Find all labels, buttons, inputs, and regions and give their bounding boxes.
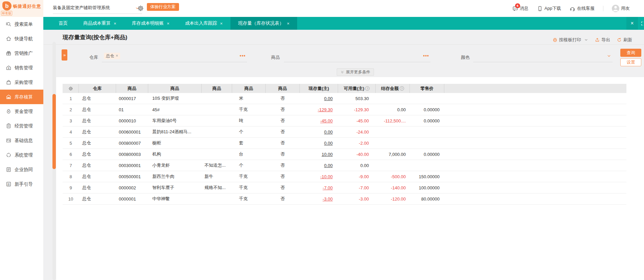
table-row[interactable]: 8总仓000500001新西兰牛肉新牛千克否-10.00-9.00-500.00… [63,171,626,182]
tab-首页[interactable]: 首页 [51,17,75,30]
column-settings-gear[interactable] [63,84,79,93]
header-nav-messages[interactable]: 6消息 [512,5,529,11]
cell-value: -112,500.... [384,118,406,123]
cell-value: -24.00 [356,130,369,135]
table-row[interactable]: 5总仓000800007橱柜套否0.00-2.00 [63,138,626,149]
query-button[interactable]: 查询 [620,49,641,57]
color-filter-select[interactable] [473,50,613,62]
sidebar-item-purchase[interactable]: 采购管理 [0,75,43,90]
cell-qty[interactable]: -45.00 [300,118,338,123]
sidebar-item-inventory-accounting[interactable]: 库存核算 [0,90,43,104]
cell-qty[interactable]: -7.00 [300,185,338,190]
table-row[interactable]: 1总仓000001710S 变斜罗缎米否0.00503.30 [63,93,626,104]
tab-库存成本明细账[interactable]: 库存成本明细账× [124,17,177,30]
sidebar-item-enterprise-collab[interactable]: 企业协同 [0,162,43,177]
collapse-filter-button[interactable]: » [62,49,67,61]
cell-name: 橱柜 [148,140,202,146]
table-row[interactable]: 4总仓000600001晨韵811-24酒精马...个否0.00-24.00 [63,126,626,138]
expand-more-conditions[interactable]: 展开更多条件 [337,68,374,76]
sidebar-item-newbie-guide[interactable]: 新新手引导 [0,177,43,191]
trial-solution-button[interactable]: 体验行业方案 [147,3,179,11]
cell-qty[interactable]: 0.00 [300,130,338,135]
goods-picker-icon[interactable]: ••• [423,54,429,57]
table-row[interactable]: 6总仓000800003机构台否10.00-40.007,000.000.000… [63,149,626,160]
cell-value[interactable]: 10.00 [321,152,333,157]
cell-value[interactable]: 0.00 [324,163,333,168]
cell-flag: 否 [266,107,300,113]
column-header-label: 零售价 [420,84,434,93]
export-icon [595,38,600,42]
table-row[interactable]: 7总仓000300001小青龙虾不知道怎...个否0.000.00 [63,160,626,171]
cell-value: 10S 变斜罗缎 [152,96,179,101]
sidebar-item-quick-nav[interactable]: 快捷导航 [0,31,43,46]
vertical-scrollbar-thumb[interactable] [52,94,56,169]
cell-qty[interactable]: 10.00 [300,152,338,157]
sidebar: 搜索菜单快捷导航营销推广$销售管理采购管理库存核算¥资金管理经营管理基础信息系统… [0,17,44,280]
vertical-scrollbar-track[interactable] [52,42,56,280]
cell-amount: 0.00 [376,107,410,112]
toolbar-export[interactable]: 导出 [595,37,610,43]
close-tab-button[interactable]: × [626,17,638,30]
header-nav-user[interactable]: 用友 [612,5,630,12]
sidebar-item-search-menu[interactable]: 搜索菜单 [0,17,43,31]
table-row[interactable]: 10总仓0000001中华神鳖千克否-3.00-3.00-120.0080.00… [63,193,626,205]
system-select[interactable]: 装备及固定资产辅助管理系统 [53,3,142,14]
gear-icon[interactable] [137,5,144,11]
sidebar-item-system-mgmt[interactable]: 系统管理 [0,148,43,162]
cell-name: 10S 变斜罗缎 [148,95,202,101]
close-icon[interactable]: × [287,21,290,26]
table-row[interactable]: 3总仓0000010车用柴油0号吨否-45.00-45.00-112,500..… [63,115,626,126]
cell-value: 0000002 [119,185,136,190]
sidebar-item-marketing[interactable]: 营销推广 [0,46,43,61]
fullscreen-icon[interactable] [638,17,644,30]
cell-value[interactable]: 0.00 [324,96,333,101]
cell-qty[interactable]: 0.00 [300,141,338,146]
header-nav-online-service[interactable]: 在线客服 [570,5,595,11]
tab-现存量（库存状况表）[interactable]: 现存量（库存状况表）× [230,17,297,30]
warehouse-filter-input[interactable]: 总仓 × ••• [102,50,247,62]
tab-成本出入库跟踪[interactable]: 成本出入库跟踪× [177,17,230,30]
help-icon[interactable]: ? [365,86,370,91]
gear-icon[interactable] [68,86,73,91]
column-header-filler [444,84,626,93]
cell-value[interactable]: 0.00 [324,130,333,135]
settings-button[interactable]: 设置 [620,58,641,66]
cell-qty[interactable]: -129.30 [300,107,338,112]
cell-value: 小青龙虾 [152,163,170,168]
cell-value: 否 [281,129,285,134]
sidebar-item-operation[interactable]: 经营管理 [0,119,43,133]
cell-value[interactable]: -10.00 [320,174,333,179]
close-icon[interactable]: × [167,21,170,26]
cell-value[interactable]: 0.00 [324,141,333,146]
toolbar-refresh[interactable]: 刷新 [617,37,632,43]
goods-filter-input[interactable]: ••• [284,50,430,62]
idcard-icon [6,138,12,143]
chevron-down-icon[interactable] [607,54,611,58]
toolbar-print-by-template[interactable]: 按模板打印 [553,37,588,43]
table-row[interactable]: 2总仓0145#千克否-129.30-129.300.000.00000 [63,104,626,115]
cell-qty[interactable]: -3.00 [300,196,338,202]
cell-qty[interactable]: 0.00 [300,163,338,168]
cell-value[interactable]: -129.30 [318,107,333,112]
cell-value: 100.00000 [419,185,440,190]
cell-value[interactable]: -3.00 [323,196,333,202]
cell-qty[interactable]: -10.00 [300,174,338,179]
cell-value[interactable]: -7.00 [323,185,333,190]
sidebar-item-funds[interactable]: ¥资金管理 [0,104,43,119]
remove-tag-icon[interactable]: × [116,53,118,59]
brand-logo: b 畅捷通好生意 标准版 [0,0,43,17]
sidebar-item-base-info[interactable]: 基础信息 [0,133,43,148]
header-nav-label: 在线客服 [577,5,595,11]
warehouse-picker-icon[interactable]: ••• [240,54,246,57]
tab-商品成本重算[interactable]: 商品成本重算× [75,17,124,30]
sidebar-item-sales[interactable]: $销售管理 [0,61,43,75]
chevron-down-icon[interactable] [584,38,588,42]
cell-value[interactable]: -45.00 [320,118,333,123]
help-icon[interactable]: ? [400,86,404,91]
close-icon[interactable]: × [114,21,116,26]
header-nav-app-download[interactable]: App下载 [537,5,561,11]
brand-name: 畅捷通好生意 [13,3,41,9]
close-icon[interactable]: × [220,21,223,26]
cell-qty[interactable]: 0.00 [300,96,338,101]
table-row[interactable]: 9总仓0000002智利车厘子规格不知...千克否-7.00-7.00-140.… [63,182,626,193]
